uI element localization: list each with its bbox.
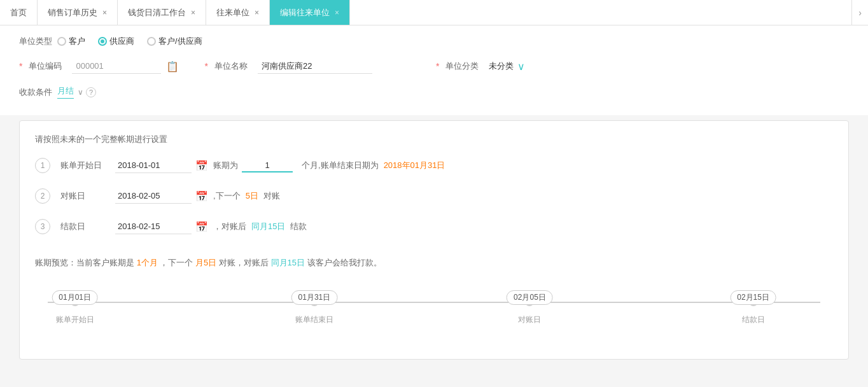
code-name-row: * 单位编码 📋 * 单位名称 * 单位分类 未分类 ∨ bbox=[19, 59, 849, 74]
period-input[interactable] bbox=[242, 159, 293, 172]
account-month-label: 个月,账单结束日期为 bbox=[302, 160, 379, 171]
tab-partner-close[interactable]: × bbox=[255, 8, 259, 17]
unit-name-star: * bbox=[204, 61, 207, 71]
unit-name-label: 单位名称 bbox=[214, 60, 248, 72]
payment-highlight: 同月15日 bbox=[251, 221, 285, 232]
account-start-calendar-icon[interactable]: 📅 bbox=[195, 160, 208, 172]
unit-category-value: 未分类 bbox=[489, 60, 514, 72]
row-number-2: 2 bbox=[35, 188, 50, 204]
settings-container: 请按照未来的一个完整帐期进行设置 1 账单开始日 📅 账期为 个月,账单结束日期… bbox=[0, 120, 868, 372]
account-end-date: 2018年01月31日 bbox=[384, 160, 445, 171]
timeline-label-1: 账单开始日 bbox=[56, 314, 94, 325]
payment-terms-help-icon[interactable]: ? bbox=[86, 87, 96, 97]
tab-home-label: 首页 bbox=[10, 7, 27, 18]
unit-code-input[interactable] bbox=[72, 59, 161, 74]
timeline-label-2: 账单结束日 bbox=[295, 314, 333, 325]
radio-customer[interactable]: 客户 bbox=[57, 36, 85, 47]
payment-row: 3 结款日 📅 ，对账后 同月15日 结款 bbox=[35, 219, 833, 234]
tab-home[interactable]: 首页 bbox=[0, 0, 38, 25]
unit-name-input[interactable] bbox=[258, 59, 372, 74]
unit-type-label: 单位类型 bbox=[19, 36, 52, 47]
payment-desc-prefix: ，对账后 bbox=[213, 221, 246, 232]
payment-date-input[interactable] bbox=[115, 219, 192, 234]
preview-prefix: 账期预览：当前客户账期是 bbox=[35, 258, 134, 267]
tab-sales-history[interactable]: 销售订单历史 × bbox=[38, 0, 118, 25]
chevron-right-icon: › bbox=[858, 8, 862, 18]
payment-terms-row: 收款条件 月结 ∨ ? bbox=[19, 85, 849, 99]
payment-terms-chevron-icon: ∨ bbox=[78, 88, 83, 97]
preview-suffix: 该客户会给我打款。 bbox=[307, 258, 382, 267]
radio-supplier-circle bbox=[98, 37, 107, 46]
tab-sales-history-close[interactable]: × bbox=[102, 8, 107, 17]
account-period-label: 账期为 bbox=[213, 160, 238, 171]
reconcile-highlight: 5日 bbox=[246, 190, 258, 202]
tab-edit-partner-label: 编辑往来单位 bbox=[280, 7, 330, 18]
row-number-3: 3 bbox=[35, 219, 50, 234]
account-start-row: 1 账单开始日 📅 账期为 个月,账单结束日期为 2018年01月31日 bbox=[35, 158, 833, 173]
timeline-badge-2: 01月31日 bbox=[291, 290, 338, 305]
tab-edit-partner-close[interactable]: × bbox=[335, 8, 339, 17]
timeline-badge-4: 02月15日 bbox=[730, 290, 776, 305]
tab-cash-work-close[interactable]: × bbox=[191, 8, 195, 17]
account-start-date-input[interactable] bbox=[115, 158, 192, 173]
radio-customer-label: 客户 bbox=[69, 36, 85, 47]
top-form: 单位类型 客户 供应商 客户/供应商 * 单位编码 📋 * 单位名称 bbox=[0, 25, 868, 115]
tab-cash-work-label: 钱货日清工作台 bbox=[128, 7, 186, 18]
settings-title: 请按照未来的一个完整帐期进行设置 bbox=[35, 134, 833, 145]
preview-part3: 同月15日 bbox=[271, 258, 305, 267]
code-calendar-icon[interactable]: 📋 bbox=[166, 60, 179, 73]
reconcile-desc-suffix: 对账 bbox=[263, 190, 280, 202]
unit-code-col: * 单位编码 📋 bbox=[19, 59, 179, 74]
payment-label: 结款日 bbox=[60, 221, 105, 232]
category-chevron-icon: ∨ bbox=[517, 60, 525, 73]
tab-partner-label: 往来单位 bbox=[216, 7, 249, 18]
unit-category-col: * 单位分类 未分类 ∨ bbox=[436, 60, 525, 73]
reconcile-date-input[interactable] bbox=[115, 188, 192, 204]
tab-sales-history-label: 销售订单历史 bbox=[48, 7, 97, 18]
reconcile-desc-prefix: ,下一个 bbox=[213, 190, 241, 202]
unit-code-star: * bbox=[19, 61, 22, 71]
reconcile-label: 对账日 bbox=[60, 190, 105, 202]
tab-cash-work[interactable]: 钱货日清工作台 × bbox=[118, 0, 206, 25]
unit-category-star: * bbox=[436, 61, 439, 71]
timeline-label-4: 结款日 bbox=[742, 314, 765, 325]
account-start-label: 账单开始日 bbox=[60, 160, 105, 171]
radio-supplier-label: 供应商 bbox=[109, 36, 134, 47]
preview-middle: 对账，对账后 bbox=[219, 258, 269, 267]
preview-part1: 1个月 bbox=[137, 258, 158, 267]
preview-part2: 月5日 bbox=[195, 258, 216, 267]
timeline: 01月01日 账单开始日 01月31日 账单结束日 02月05日 对账日 02月… bbox=[35, 289, 833, 346]
preview-text: 账期预览：当前客户账期是 1个月 ，下一个 月5日 对账，对账后 同月15日 该… bbox=[35, 250, 833, 276]
radio-customer-supplier[interactable]: 客户/供应商 bbox=[147, 36, 202, 47]
payment-desc-suffix: 结款 bbox=[290, 221, 307, 232]
unit-category-select[interactable]: 未分类 ∨ bbox=[489, 60, 525, 73]
payment-terms-value: 月结 bbox=[57, 85, 74, 99]
settings-box: 请按照未来的一个完整帐期进行设置 1 账单开始日 📅 账期为 个月,账单结束日期… bbox=[19, 120, 849, 360]
unit-type-row: 单位类型 客户 供应商 客户/供应商 bbox=[19, 36, 849, 47]
radio-customer-supplier-circle bbox=[147, 37, 156, 46]
timeline-badge-1: 01月01日 bbox=[52, 290, 98, 305]
tab-partner[interactable]: 往来单位 × bbox=[206, 0, 270, 25]
unit-code-label: 单位编码 bbox=[29, 60, 62, 72]
radio-supplier[interactable]: 供应商 bbox=[98, 36, 134, 47]
tab-edit-partner[interactable]: 编辑往来单位 × bbox=[270, 0, 350, 25]
payment-terms-label: 收款条件 bbox=[19, 87, 52, 98]
tabs-bar: 首页 销售订单历史 × 钱货日清工作台 × 往来单位 × 编辑往来单位 × › bbox=[0, 0, 868, 25]
preview-comma1: ，下一个 bbox=[160, 258, 193, 267]
timeline-label-3: 对账日 bbox=[518, 314, 541, 325]
reconcile-row: 2 对账日 📅 ,下一个 5日 对账 bbox=[35, 188, 833, 204]
radio-customer-circle bbox=[57, 37, 66, 46]
reconcile-calendar-icon[interactable]: 📅 bbox=[195, 190, 208, 202]
row-number-1: 1 bbox=[35, 158, 50, 173]
payment-calendar-icon[interactable]: 📅 bbox=[195, 221, 208, 233]
radio-customer-supplier-label: 客户/供应商 bbox=[158, 36, 202, 47]
payment-terms-select[interactable]: 月结 ∨ bbox=[57, 85, 83, 99]
unit-type-radio-group: 客户 供应商 客户/供应商 bbox=[57, 36, 202, 47]
timeline-line bbox=[48, 302, 820, 303]
timeline-badge-3: 02月05日 bbox=[507, 290, 553, 305]
unit-name-col: * 单位名称 bbox=[204, 59, 372, 74]
unit-category-label: 单位分类 bbox=[445, 60, 479, 72]
tab-arrow[interactable]: › bbox=[851, 0, 868, 25]
